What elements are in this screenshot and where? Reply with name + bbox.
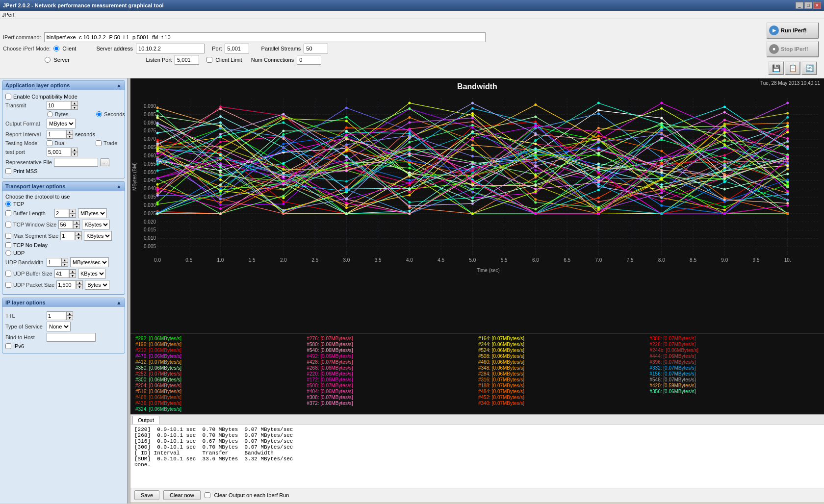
window-controls[interactable]: _ □ ✕ — [796, 2, 821, 9]
save-graph-button[interactable]: 💾 — [768, 61, 784, 75]
ipv6-checkbox[interactable] — [5, 343, 11, 349]
tcp-window-input[interactable] — [58, 220, 73, 229]
parallel-streams-input[interactable] — [304, 44, 328, 53]
client-radio[interactable] — [53, 46, 59, 51]
max-seg-checkbox[interactable] — [5, 233, 11, 239]
udp-buffer-unit[interactable]: KBytes — [78, 269, 106, 278]
udp-packet-down[interactable]: ▼ — [76, 285, 83, 289]
udp-buffer-down[interactable]: ▼ — [69, 274, 76, 278]
listen-port-input[interactable] — [175, 55, 199, 65]
tcp-radio[interactable] — [5, 201, 11, 207]
udp-bw-down[interactable]: ▼ — [61, 262, 68, 267]
legend-item: #276: [0.07MBytes/s] — [306, 336, 478, 341]
server-address-input[interactable] — [136, 44, 205, 53]
ip-layer-collapse-icon[interactable]: ▲ — [116, 300, 122, 305]
bind-host-input[interactable] — [47, 333, 96, 342]
dual-checkbox[interactable] — [47, 140, 52, 146]
ttl-up[interactable]: ▲ — [66, 311, 73, 316]
menu-jperf[interactable]: JPerf — [2, 12, 15, 18]
legend-item: #412: [0.07MBytes/s] — [134, 359, 306, 365]
report-down[interactable]: ▼ — [66, 134, 73, 139]
udp-bw-up[interactable]: ▲ — [61, 258, 68, 262]
udp-packet-up[interactable]: ▲ — [76, 280, 83, 285]
app-layer-collapse-icon[interactable]: ▲ — [116, 82, 122, 88]
copy-button[interactable]: 📋 — [785, 61, 800, 75]
transmit-down[interactable]: ▼ — [71, 105, 78, 110]
server-radio[interactable] — [45, 57, 51, 63]
save-button[interactable]: Save — [134, 490, 159, 500]
iperf-command-input[interactable] — [44, 32, 486, 42]
legend-item: #452: [0.07MBytes/s] — [477, 395, 649, 400]
client-limit-checkbox[interactable] — [206, 57, 212, 63]
ttl-down[interactable]: ▼ — [66, 316, 73, 320]
test-port-down[interactable]: ▼ — [71, 152, 78, 156]
run-iperf-button[interactable]: ▶ Run IPerf! — [766, 22, 819, 39]
stop-iperf-button[interactable]: ■ Stop IPerf! — [766, 41, 819, 57]
max-seg-down[interactable]: ▼ — [75, 236, 82, 240]
dual-label: Dual — [54, 140, 94, 146]
bytes-radio[interactable] — [47, 111, 53, 117]
report-interval-input[interactable] — [47, 130, 66, 139]
num-connections-input[interactable] — [297, 55, 321, 65]
transmit-input[interactable] — [47, 101, 71, 110]
output-tab[interactable]: Output — [132, 416, 159, 424]
transport-layer-section: Transport layer options ▲ Choose the pro… — [2, 181, 125, 295]
app-layer-section: Application layer options ▲ Enable Compa… — [2, 80, 125, 178]
max-seg-unit[interactable]: KBytes — [84, 231, 112, 241]
transport-collapse-icon[interactable]: ▲ — [116, 183, 122, 189]
port-input[interactable] — [225, 44, 249, 53]
tcp-window-checkbox[interactable] — [5, 222, 11, 227]
window-title: JPerf 2.0.2 - Network performance measur… — [3, 2, 164, 8]
choose-mode-label: Choose iPerf Mode: — [3, 46, 51, 51]
ttl-input[interactable] — [47, 311, 66, 320]
minimize-button[interactable]: _ — [796, 2, 803, 9]
enable-compat-checkbox[interactable] — [5, 94, 11, 100]
toolbar: IPerf command: Choose iPerf Mode: Client… — [0, 19, 824, 78]
tcp-label: TCP — [13, 201, 24, 207]
udp-buffer-checkbox[interactable] — [5, 271, 11, 277]
tcp-window-down[interactable]: ▼ — [73, 225, 80, 229]
num-connections-label: Num Connections — [251, 57, 294, 63]
max-seg-input[interactable] — [60, 231, 75, 240]
udp-radio[interactable] — [5, 250, 11, 256]
test-port-input[interactable] — [47, 148, 71, 156]
udp-bandwidth-input[interactable] — [47, 258, 61, 267]
tos-select[interactable]: None — [47, 322, 71, 331]
udp-bw-unit[interactable]: MBytes/sec — [70, 257, 109, 267]
buffer-length-input[interactable] — [54, 209, 69, 218]
buffer-length-up[interactable]: ▲ — [69, 209, 76, 213]
clear-now-button[interactable]: Clear now — [163, 490, 201, 500]
seconds-radio[interactable] — [96, 111, 102, 117]
clear-on-run-checkbox[interactable] — [205, 492, 210, 498]
legend-item: #316: [0.07MBytes/s] — [477, 377, 649, 382]
client-limit-label: Client Limit — [215, 57, 242, 63]
legend-item: #228: [0.07MBytes/s] — [649, 342, 821, 347]
tcp-no-delay-checkbox[interactable] — [5, 242, 11, 248]
buffer-length-down[interactable]: ▼ — [69, 213, 76, 218]
output-format-select[interactable]: MBytes — [47, 119, 76, 128]
udp-packet-input[interactable] — [56, 280, 76, 289]
rep-file-input[interactable] — [54, 158, 98, 167]
refresh-button[interactable]: 🔄 — [801, 61, 817, 75]
buffer-length-unit[interactable]: MBytes — [78, 208, 107, 218]
ttl-label: TTL — [5, 313, 45, 319]
trade-checkbox[interactable] — [96, 140, 102, 146]
udp-packet-checkbox[interactable] — [5, 282, 11, 288]
udp-packet-unit[interactable]: Bytes — [85, 280, 109, 290]
max-seg-up[interactable]: ▲ — [75, 231, 82, 236]
bind-host-label: Bind to Host — [5, 334, 45, 340]
print-mss-checkbox[interactable] — [5, 168, 11, 174]
rep-file-browse-button[interactable]: ... — [100, 158, 109, 166]
udp-buffer-input[interactable] — [54, 269, 69, 278]
legend-item: #348: [0.06MBytes/s] — [477, 365, 649, 371]
graph-datetime: Tue, 28 May 2013 10:40:11 — [760, 80, 820, 86]
tcp-window-up[interactable]: ▲ — [73, 220, 80, 225]
buffer-length-checkbox[interactable] — [5, 210, 11, 216]
close-button[interactable]: ✕ — [813, 2, 821, 9]
report-up[interactable]: ▲ — [66, 130, 73, 134]
udp-buffer-up[interactable]: ▲ — [69, 269, 76, 274]
tcp-window-unit[interactable]: KBytes — [82, 220, 110, 229]
maximize-button[interactable]: □ — [804, 2, 812, 9]
test-port-up[interactable]: ▲ — [71, 148, 78, 152]
transmit-up[interactable]: ▲ — [71, 101, 78, 105]
